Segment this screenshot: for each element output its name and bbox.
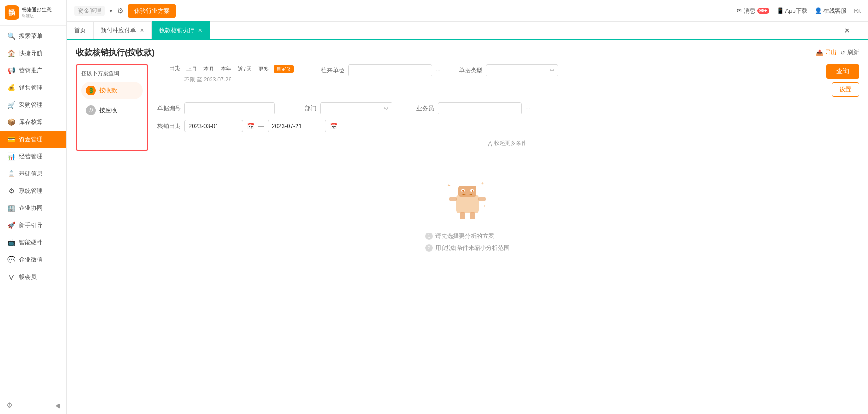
industry-btn[interactable]: 休验行业方案 [128,4,176,18]
doc-type-select[interactable] [486,64,558,76]
sidebar-item-marketing[interactable]: 📢营销推广 [0,62,66,79]
inventory-icon: 📦 [7,118,15,126]
page-title-bar: 收款核销执行(按收款) 📤 导出 ↺ 刷新 [76,47,859,58]
doc-number-input[interactable] [184,102,275,114]
filter-right-panel: 日期 上月 本月 本年 近7天 更多 自定义 不限 至 [156,64,859,151]
logo-badge: 标准版 [22,13,52,19]
staff-input[interactable] [438,102,522,114]
tab-close-all-btn[interactable]: ✕ [842,24,852,37]
content-area: 收款核销执行(按收款) 📤 导出 ↺ 刷新 按以下方案查询 [67,40,868,414]
empty-tips: 1 请先选择要分析的方案 2 用[过滤]条件来缩小分析范围 [425,230,509,254]
last-month-btn[interactable]: 上月 [184,64,199,74]
wechat-icon: 💬 [7,256,15,264]
top-header: 资金管理 ▾ ⚙ 休验行业方案 ✉ 消息 99+ 📱 App下载 👤 在线客服 … [67,0,868,22]
tab-receipt-verify[interactable]: 收款核销执行 ✕ [152,21,210,39]
tab-close-receipt-verify[interactable]: ✕ [198,27,203,33]
sidebar-item-quick-nav[interactable]: 🏠快捷导航 [0,45,66,62]
option-by-receivable[interactable]: ⏱ 按应收 [81,102,143,119]
scheme-panel-title: 按以下方案查询 [81,70,143,77]
online-service-btn[interactable]: 👤 在线客服 [815,7,847,15]
refresh-btn[interactable]: ↺ 刷新 [840,48,859,57]
sales-icon: 💰 [7,84,15,92]
filter-wrapper: 按以下方案查询 💲 按收款 ⏱ 按应收 日期 [76,64,859,151]
option-by-receipt[interactable]: 💲 按收款 [81,82,143,99]
enterprise-icon: 🏢 [7,204,15,212]
tab-prepay[interactable]: 预付冲应付单 ✕ [94,21,152,39]
sidebar-logo: 畅 畅捷通好生意 标准版 [0,0,66,26]
sidebar-item-operations[interactable]: 📊经营管理 [0,148,66,165]
user-info: Rit [854,8,861,14]
logo-icon: 畅 [5,5,19,20]
verify-date-end-icon[interactable]: 📅 [330,123,338,130]
this-year-btn[interactable]: 本年 [219,64,233,74]
staff-more-icon[interactable]: ··· [525,105,530,112]
export-icon: 📤 [816,49,823,56]
sidebar-item-basic[interactable]: 📋基础信息 [0,165,66,182]
sidebar-item-inventory[interactable]: 📦库存核算 [0,114,66,131]
sidebar-item-enterprise[interactable]: 🏢企业协同 [0,200,66,217]
sidebar-item-search[interactable]: 🔍搜索菜单 [0,28,66,45]
tab-bar: 首页 预付冲应付单 ✕ 收款核销执行 ✕ ✕ ⛶ [67,22,868,40]
newbie-icon: 🚀 [7,221,15,229]
svg-rect-9 [478,197,486,201]
empty-illustration: ✦ ✦ ✦ [445,178,490,223]
settings-btn[interactable]: 设置 [832,82,859,97]
query-btn[interactable]: 查询 [826,64,859,79]
sidebar-item-finance[interactable]: 💳资金管理 [0,131,66,148]
sidebar-item-member[interactable]: V畅会员 [0,268,66,286]
header-dropdown-icon[interactable]: ▾ [109,7,113,14]
query-scheme-panel: 按以下方案查询 💲 按收款 ⏱ 按应收 [76,64,148,151]
by-receipt-icon: 💲 [86,86,96,95]
sidebar-collapse-icon[interactable]: ◀ [55,402,60,409]
tab-expand-btn[interactable]: ⛶ [854,24,864,36]
last-7-days-btn[interactable]: 近7天 [236,64,254,74]
sidebar-nav: 🔍搜索菜单🏠快捷导航📢营销推广💰销售管理🛒采购管理📦库存核算💳资金管理📊经营管理… [0,26,66,396]
message-btn[interactable]: ✉ 消息 99+ [737,7,769,15]
svg-rect-6 [460,212,465,219]
search-icon: 🔍 [7,32,15,40]
sidebar-item-system[interactable]: ⚙系统管理 [0,182,66,200]
marketing-icon: 📢 [7,67,15,75]
more-dates-btn[interactable]: 更多 [256,64,271,74]
message-badge: 99+ [757,8,769,14]
department-select[interactable] [320,102,392,114]
chevron-up-icon: ⋀ [488,140,492,147]
export-btn[interactable]: 📤 导出 [816,48,837,57]
phone-icon: 📱 [777,7,784,14]
svg-text:✦: ✦ [481,181,484,186]
tab-home[interactable]: 首页 [67,21,94,39]
date-shortcuts: 上月 本月 本年 近7天 更多 自定义 [184,64,294,74]
svg-point-5 [472,190,473,192]
department-label: 部门 [291,105,316,113]
app-download-btn[interactable]: 📱 App下载 [777,7,807,15]
collapse-more-btn[interactable]: ⋀ 收起更多条件 [156,136,859,151]
empty-tip-1: 1 请先选择要分析的方案 [425,230,509,242]
staff-label: 业务员 [409,105,434,113]
empty-tip-2: 2 用[过滤]条件来缩小分析范围 [425,242,509,254]
verify-date-start-icon[interactable]: 📅 [247,123,255,130]
svg-text:✦: ✦ [447,183,451,188]
this-month-btn[interactable]: 本月 [202,64,216,74]
date-no-limit: 不限 至 2023-07-26 [184,76,294,84]
header-gear-icon[interactable]: ⚙ [117,6,123,15]
sidebar-item-newbie[interactable]: 🚀新手引导 [0,217,66,234]
svg-rect-0 [456,195,479,213]
sidebar-item-hardware[interactable]: 📺智能硬件 [0,234,66,251]
sidebar-item-purchase[interactable]: 🛒采购管理 [0,96,66,114]
page-title: 收款核销执行(按收款) [76,47,155,58]
refresh-icon: ↺ [840,49,845,56]
svg-point-4 [462,190,464,192]
settings-icon[interactable]: ⚙ [6,401,13,409]
basic-icon: 📋 [7,170,15,178]
sidebar-item-sales[interactable]: 💰销售管理 [0,79,66,96]
operations-icon: 📊 [7,152,15,161]
counterparty-more-icon[interactable]: ··· [436,67,441,74]
verify-date-start[interactable] [184,120,243,132]
verify-date-end[interactable] [268,120,326,132]
empty-state: ✦ ✦ ✦ 1 请先选择要分析的方案 2 用[过滤]条件来缩小分析范围 [76,151,859,281]
custom-date-badge[interactable]: 自定义 [274,65,294,73]
tab-close-prepay[interactable]: ✕ [140,27,144,33]
sidebar-bottom: ⚙ ◀ [0,396,66,414]
sidebar-item-wechat[interactable]: 💬企业微信 [0,251,66,268]
counterparty-input[interactable] [348,64,432,76]
